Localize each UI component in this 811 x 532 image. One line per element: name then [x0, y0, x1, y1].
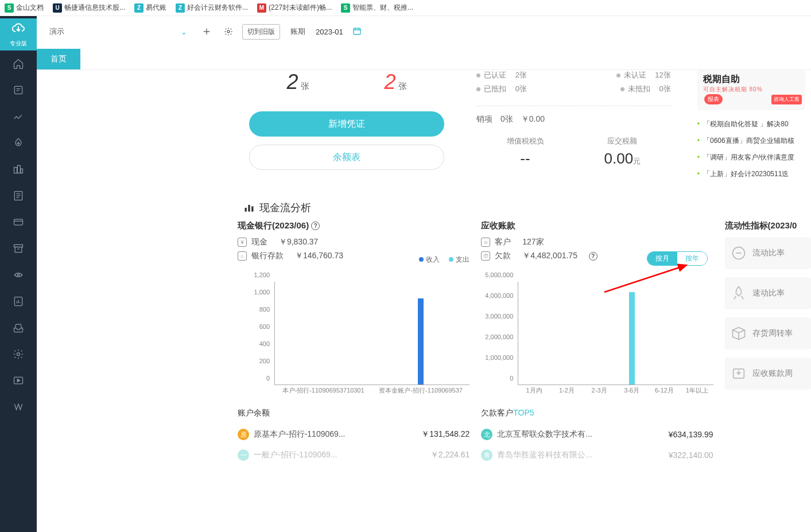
add-button[interactable]	[199, 24, 215, 40]
bookmark-item[interactable]: M(227封未读邮件)畅...	[257, 3, 332, 13]
period-toggle: 按月 按年	[647, 251, 708, 266]
customer-row[interactable]: 青青岛华胜蓝谷科技有限公... ¥322,140.00	[481, 445, 713, 465]
tile-label: 存货周转率	[752, 328, 793, 339]
sidebar-item-receipt[interactable]	[0, 182, 37, 209]
svg-point-12	[227, 30, 230, 33]
bookmark-label: 好会计云财务软件...	[187, 3, 248, 13]
switch-old-version[interactable]: 切到旧版	[242, 24, 280, 40]
sidebar-item-settings[interactable]	[0, 341, 37, 367]
svg-rect-2	[17, 165, 20, 173]
bookmark-item[interactable]: S金山文档	[5, 3, 44, 13]
svg-point-10	[17, 353, 20, 356]
vat-burden-label: 增值税税负	[507, 136, 544, 146]
svg-rect-16	[251, 207, 253, 212]
sidebar-item-assets[interactable]	[0, 156, 37, 182]
add-voucher-button[interactable]: 新增凭证	[249, 111, 444, 137]
bookmark-item[interactable]: U畅捷通信息技术股...	[53, 3, 125, 13]
sidebar-item-analytics[interactable]	[0, 103, 37, 130]
sidebar-item-vip[interactable]	[0, 394, 37, 420]
bar-chart-icon	[243, 202, 255, 213]
help-icon[interactable]: ?	[589, 252, 597, 261]
tab-home[interactable]: 首页	[37, 49, 80, 69]
tax-payable-label: 应交税额	[604, 136, 641, 146]
content-area[interactable]: 2张 2张 新增凭证 余额表 已认证 2张 已抵扣 0张 未认证 12张	[37, 70, 811, 532]
voucher-stat-unit: 张	[301, 81, 309, 91]
bookmark-icon: Z	[134, 3, 143, 13]
account-row[interactable]: 一一般户-招行-1109069... ￥2,224.61	[238, 445, 469, 465]
bookmarks-bar: S金山文档 U畅捷通信息技术股... Z易代账 Z好会计云财务软件... M(2…	[0, 0, 811, 16]
cash-icon: ¥	[238, 238, 247, 247]
news-card: 税期自助 可自主解决税期 80% 报表 咨询人工客 「税期自助化答疑 」解决80…	[692, 70, 811, 189]
customer-amount: ¥322,140.00	[669, 451, 713, 460]
svg-rect-5	[14, 219, 23, 225]
ar-aging-chart: 01,000,0002,000,0003,000,0004,000,0005,0…	[481, 282, 713, 397]
period-value: 2023-01	[316, 28, 343, 36]
dot-icon	[616, 73, 620, 77]
liquidity-tile-quick-ratio[interactable]: 速动比率	[725, 277, 811, 309]
tile-label: 流动比率	[752, 248, 785, 258]
svg-rect-14	[245, 208, 247, 212]
tile-label: 速动比率	[752, 288, 785, 298]
bookmark-item[interactable]: Z易代账	[134, 3, 166, 13]
liquidity-tile-current-ratio[interactable]: 流动比率	[725, 237, 811, 269]
sidebar-item-media[interactable]	[0, 367, 37, 394]
voucher-stat-num: 2	[384, 70, 395, 94]
sidebar-item-funds[interactable]	[0, 130, 37, 156]
sidebar-item-salary[interactable]	[0, 262, 37, 288]
news-banner[interactable]: 税期自助 可自主解决税期 80% 报表 咨询人工客	[697, 70, 805, 110]
bookmark-item[interactable]: S智能票、财、税推...	[341, 3, 413, 13]
sidebar: 专业版	[0, 16, 37, 532]
sidebar-item-inbox[interactable]	[0, 314, 37, 341]
toggle-month[interactable]: 按月	[647, 252, 677, 265]
svg-rect-1	[14, 168, 17, 173]
bookmark-label: 畅捷通信息技术股...	[64, 3, 125, 13]
toggle-year[interactable]: 按年	[677, 252, 707, 265]
customer-name: 北京互帮联众数字技术有...	[497, 429, 592, 440]
account-balance-subhead: 账户余额	[238, 408, 469, 418]
cash-bank-chart: 02004006008001,0001,200 本户-招行-1109069537…	[238, 282, 469, 397]
sidebar-logo[interactable]: 专业版	[0, 18, 37, 51]
liquidity-tile-inventory-turnover[interactable]: 存货周转率	[725, 317, 811, 350]
sidebar-item-ledger[interactable]	[0, 77, 37, 103]
sidebar-item-payment[interactable]	[0, 209, 37, 235]
customer-row[interactable]: 北北京互帮联众数字技术有... ¥634,139.99	[481, 424, 713, 445]
sidebar-item-archive[interactable]	[0, 235, 37, 262]
customer-badge: 青	[481, 449, 492, 461]
bookmark-icon: M	[257, 3, 266, 13]
sidebar-item-report[interactable]	[0, 288, 37, 314]
account-row[interactable]: 原原基本户-招行-1109069... ￥131,548.22	[238, 424, 469, 445]
cash-bank-panel: 现金银行(2023/06)? ¥现金 ￥9,830.37 ⌂银行存款 ￥146,…	[238, 220, 469, 465]
cash-metric: ¥现金 ￥9,830.37	[238, 237, 469, 247]
bookmark-label: (227封未读邮件)畅...	[269, 3, 332, 13]
vat-burden-value: --	[507, 150, 544, 168]
news-item[interactable]: 「调研」用友客户/伙伴满意度	[697, 149, 805, 166]
bookmark-item[interactable]: Z好会计云财务软件...	[176, 3, 248, 13]
status-uncertified: 未认证 12张	[573, 70, 670, 80]
legend-dot-expense	[449, 257, 453, 262]
news-consult-button[interactable]: 咨询人工客	[771, 95, 802, 104]
account-selector[interactable]: 演示 ⌄	[44, 22, 193, 41]
section-title: 现金流分析	[259, 201, 311, 215]
sidebar-item-home[interactable]	[0, 51, 37, 77]
calendar-icon[interactable]	[352, 26, 362, 37]
cashflow-section-header: 现金流分析	[37, 189, 811, 220]
status-undeducted: 未抵扣 0张	[573, 84, 670, 94]
help-icon[interactable]: ?	[311, 222, 320, 230]
tile-label: 应收账款周	[752, 368, 793, 379]
liquidity-tile-ar-turnover[interactable]: 应收账款周	[725, 358, 811, 390]
period-label: 账期	[290, 26, 305, 37]
cloud-icon	[11, 22, 25, 38]
news-item[interactable]: 「上新」好会计20230511迭	[697, 166, 805, 182]
tax-sales-line: 销项0张￥0.00	[476, 114, 671, 125]
news-badge: 报表	[704, 94, 723, 104]
account-badge: 一	[238, 449, 249, 461]
settings-button[interactable]	[220, 24, 236, 40]
tax-payable-value: 0.00元	[604, 150, 641, 168]
accounts-receivable-panel: 应收账款 ☺客户 127家 ⏱欠款 ￥4,482,001.75 ? 按月 按年	[481, 220, 713, 465]
news-item[interactable]: 「0606直播」商贸企业辅助核	[697, 133, 805, 149]
news-item[interactable]: 「税期自助化答疑 」解决80	[697, 116, 805, 133]
cash-bank-title: 现金银行(2023/06)?	[238, 220, 469, 231]
balance-sheet-button[interactable]: 余额表	[249, 145, 444, 170]
account-name: 演示	[49, 26, 64, 37]
svg-rect-13	[354, 28, 360, 34]
